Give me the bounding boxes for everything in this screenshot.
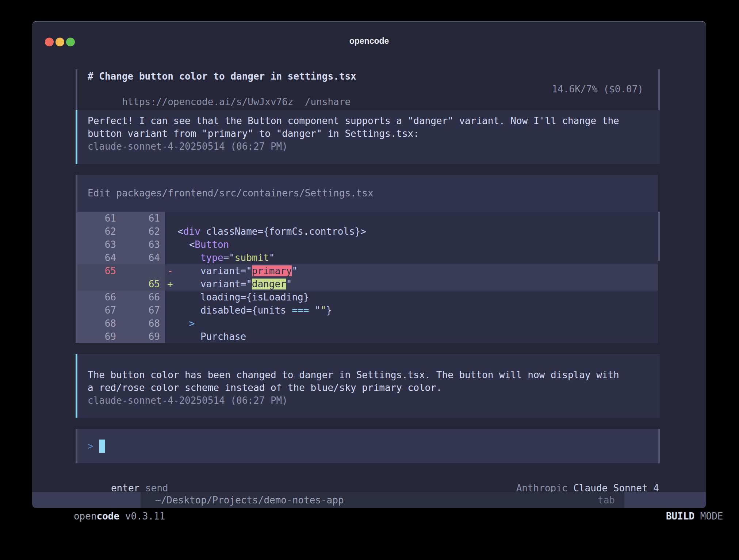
old-line-number: 67	[77, 304, 121, 317]
old-line-number: 66	[77, 291, 121, 304]
message-model-timestamp: claude-sonnet-4-20250514 (06:27 PM)	[88, 140, 660, 153]
message-text-line: Perfect! I can see that the Button compo…	[88, 115, 660, 127]
diff-rows: 61616262 <div className={formCs.controls…	[77, 212, 658, 343]
message-model-timestamp: claude-sonnet-4-20250514 (06:27 PM)	[88, 394, 660, 407]
old-line-number: 68	[77, 317, 121, 330]
new-line-number: 64	[121, 251, 165, 264]
diff-row: 6262 <div className={formCs.controls}>	[77, 225, 658, 238]
old-line-number	[77, 277, 121, 291]
new-line-number: 61	[121, 212, 165, 225]
code-line: variant="primary"	[166, 264, 298, 277]
diff-row: 6666 loading={isLoading}	[77, 291, 658, 304]
text-cursor	[99, 440, 105, 453]
new-line-number	[121, 264, 165, 277]
diff-row: 65- variant="primary"	[77, 264, 658, 277]
working-directory: ~/Desktop/Projects/demo-notes-app	[155, 492, 344, 508]
old-line-number: 65	[77, 264, 121, 277]
old-line-number: 69	[77, 330, 121, 343]
old-line-number: 63	[77, 238, 121, 251]
tab-key-hint: tab	[598, 492, 615, 508]
edit-tool-header: Edit packages/frontend/src/containers/Se…	[77, 175, 658, 212]
app-name-open: open	[74, 511, 97, 522]
mode-suffix: MODE	[694, 511, 723, 522]
diff-row: 6363 <Button	[77, 238, 658, 251]
unshare-command[interactable]: /unshare	[305, 96, 351, 107]
diff-row: 6161	[77, 212, 658, 225]
mode-name: BUILD	[666, 511, 694, 522]
new-line-number: 66	[121, 291, 165, 304]
status-bar: opencode v0.3.11 ~/Desktop/Projects/demo…	[32, 492, 706, 508]
new-line-number: 62	[121, 225, 165, 238]
app-name-code: code	[97, 511, 120, 522]
app-version: v0.3.11	[119, 511, 165, 522]
new-line-number: 68	[121, 317, 165, 330]
window-title: opencode	[32, 36, 706, 46]
diff-row: 6969 Purchase	[77, 330, 658, 343]
diff-row: 6767 disabled={units === ""}	[77, 304, 658, 317]
new-line-number: 65	[121, 277, 165, 291]
code-line: <Button	[166, 238, 229, 251]
session-title: # Change button color to danger in setti…	[88, 70, 356, 83]
input-right-border	[658, 429, 660, 463]
app-version-segment: opencode v0.3.11	[32, 492, 141, 508]
diff-row: 65+ variant="danger"	[77, 277, 658, 291]
diff-row: 6464 type="submit"	[77, 251, 658, 264]
gap	[294, 96, 305, 107]
message-text-line: a red/rose color scheme instead of the b…	[88, 381, 660, 394]
code-line: Purchase	[166, 330, 246, 343]
old-line-number: 61	[77, 212, 121, 225]
code-line: variant="danger"	[166, 277, 292, 291]
new-line-number: 67	[121, 304, 165, 317]
code-line: >	[166, 317, 195, 330]
message-text-line: The button color has been changed to dan…	[88, 369, 660, 381]
old-line-number: 62	[77, 225, 121, 238]
prompt-chevron: >	[88, 440, 93, 453]
chat-input[interactable]: >	[77, 429, 658, 463]
code-line: <div className={formCs.controls}>	[166, 225, 366, 238]
new-line-number: 63	[121, 238, 165, 251]
code-line: disabled={units === ""}	[166, 304, 332, 317]
code-line: loading={isLoading}	[166, 291, 309, 304]
old-line-number: 64	[77, 251, 121, 264]
new-line-number: 69	[121, 330, 165, 343]
edit-block-scrollbar[interactable]	[658, 212, 660, 261]
mode-segment[interactable]: BUILD MODE	[624, 492, 706, 508]
diff-row: 6868 >	[77, 317, 658, 330]
context-usage: 14.6K/7% ($0.07)	[552, 83, 643, 96]
code-line: type="submit"	[166, 251, 275, 264]
share-url[interactable]: https://opencode.ai/s/UwJxv76z	[122, 96, 294, 107]
opencode-window: opencode # Change button color to danger…	[32, 21, 706, 507]
message-text-line: button variant from "primary" to "danger…	[88, 127, 660, 140]
